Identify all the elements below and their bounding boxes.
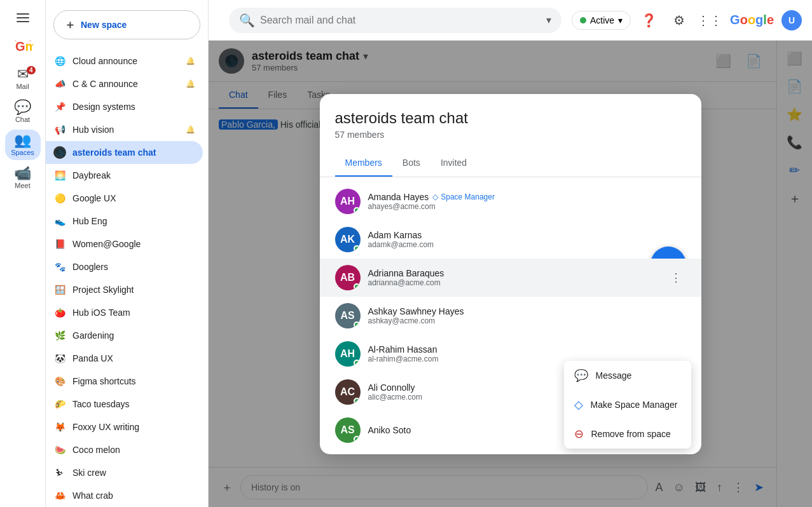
online-indicator: [354, 436, 360, 442]
context-menu-message[interactable]: 💬 Message: [564, 361, 691, 390]
member-row[interactable]: AB Adrianna Baraques adrianna@acme.com ⋮: [320, 259, 701, 297]
sidebar-item-foxxy[interactable]: 🦊 Foxxy UX writing: [46, 416, 203, 438]
design-systems-icon: 📌: [53, 100, 66, 113]
online-indicator: [354, 321, 360, 328]
sidebar-item-hub-ios[interactable]: 🍅 Hub iOS Team: [46, 301, 203, 324]
gardening-label: Gardening: [72, 330, 195, 341]
sidebar-item-gardening[interactable]: 🌿 Gardening: [46, 324, 203, 347]
main-area: 🔍 ▾ Active ▾ ❓ ⚙ ⋮⋮ Google U 🌑: [209, 0, 812, 507]
hamburger-button[interactable]: [10, 5, 36, 30]
member-avatar: AB: [335, 265, 361, 290]
panda-ux-icon: 🐼: [53, 352, 66, 365]
member-row[interactable]: AS Ashkay Sawhney Hayes ashkay@acme.com: [320, 297, 701, 335]
sidebar-item-ski-crew[interactable]: ⛷ Ski crew: [46, 461, 203, 484]
ski-crew-icon: ⛷: [53, 466, 66, 479]
sidebar-item-taco[interactable]: 🌮 Taco tuesdays: [46, 393, 203, 416]
sidebar-item-hub-eng[interactable]: 👟 Hub Eng: [46, 210, 203, 233]
member-info: Ashkay Sawhney Hayes ashkay@acme.com: [368, 306, 686, 325]
nav-spaces[interactable]: 👥 Spaces: [5, 130, 41, 160]
gardening-icon: 🌿: [53, 329, 66, 342]
make-manager-label: Make Space Manager: [591, 400, 678, 410]
remove-label: Remove from space: [591, 429, 671, 439]
nav-meet[interactable]: 📹 Meet: [5, 163, 41, 193]
sidebar-item-figma[interactable]: 🎨 Figma shortcuts: [46, 370, 203, 393]
context-menu-remove[interactable]: ⊖ Remove from space: [564, 419, 691, 449]
sidebar-item-women-google[interactable]: 📕 Women@Google: [46, 233, 203, 255]
taco-icon: 🌮: [53, 398, 66, 410]
help-button[interactable]: ❓: [636, 8, 661, 33]
space-manager-badge: ◇ Space Manager: [432, 193, 495, 201]
modal-tab-members[interactable]: Members: [335, 150, 392, 177]
mail-badge: 4: [27, 66, 36, 74]
plus-icon: ＋: [64, 17, 76, 32]
member-row[interactable]: AK Adam Karnas adamk@acme.com: [320, 220, 701, 259]
coco-melon-label: Coco melon: [72, 445, 195, 455]
modal-subtitle: 57 members: [335, 130, 686, 140]
online-indicator: [354, 283, 360, 290]
sidebar-item-cloud-announce[interactable]: 🌐 Cloud announce 🔔: [46, 50, 203, 72]
context-menu-make-manager[interactable]: ◇ Make Space Manager: [564, 390, 691, 419]
sidebar-item-asteroids[interactable]: 🌑 asteroids team chat: [46, 141, 203, 164]
member-info: Amanda Hayes ◇ Space Manager ahayes@acme…: [368, 192, 686, 211]
nav-mail[interactable]: ✉ 4 Mail: [5, 64, 41, 94]
member-name: Amanda Hayes ◇ Space Manager: [368, 192, 686, 202]
more-options-member-button[interactable]: ⋮: [666, 267, 686, 288]
member-avatar: AH: [335, 341, 361, 367]
project-skylight-label: Project Skylight: [72, 285, 195, 295]
search-input[interactable]: [260, 15, 541, 26]
status-dot: [580, 17, 586, 24]
c-c-announce-label: C & C announce: [72, 79, 179, 89]
hub-vision-label: Hub vision: [72, 125, 179, 135]
sidebar-item-dooglers[interactable]: 🐾 Dooglers: [46, 255, 203, 278]
sidebar: ＋ New space 🌐 Cloud announce 🔔 📣 C & C a…: [46, 0, 209, 507]
pin-icon-cc: 🔔: [186, 79, 195, 88]
cloud-announce-label: Cloud announce: [72, 56, 179, 66]
sidebar-item-hub-vision[interactable]: 📢 Hub vision 🔔: [46, 118, 203, 141]
user-avatar[interactable]: U: [781, 10, 802, 30]
new-space-label: New space: [81, 20, 127, 30]
settings-button[interactable]: ⚙: [666, 8, 692, 33]
sidebar-item-panda-ux[interactable]: 🐼 Panda UX: [46, 347, 203, 370]
sidebar-item-google-ux[interactable]: 🟡 Google UX: [46, 187, 203, 210]
meet-icon: 📹: [14, 166, 31, 180]
diamond-icon: ◇: [432, 193, 438, 201]
chat-icon: 💬: [14, 100, 31, 114]
panda-ux-label: Panda UX: [72, 353, 195, 363]
sidebar-item-daybreak[interactable]: 🌅 Daybreak: [46, 164, 203, 187]
hub-vision-icon: 📢: [53, 123, 66, 136]
google-ux-label: Google UX: [72, 193, 195, 203]
search-bar: 🔍 ▾: [229, 8, 561, 33]
sidebar-item-coco-melon[interactable]: 🍉 Coco melon: [46, 438, 203, 461]
women-google-label: Women@Google: [72, 239, 195, 249]
sidebar-item-project-skylight[interactable]: 🪟 Project Skylight: [46, 278, 203, 301]
foxxy-icon: 🦊: [53, 421, 66, 433]
apps-button[interactable]: ⋮⋮: [697, 8, 722, 33]
modal-tab-invited[interactable]: Invited: [430, 150, 477, 177]
nav-mail-label: Mail: [16, 83, 29, 90]
message-label: Message: [596, 370, 632, 381]
left-nav: Gmail ✉ 4 Mail 💬 Chat 👥 Spaces 📹 Meet: [0, 0, 46, 507]
nav-chat-label: Chat: [15, 116, 30, 123]
active-status-button[interactable]: Active ▾: [572, 11, 631, 30]
women-google-icon: 📕: [53, 238, 66, 250]
svg-text:Gmail: Gmail: [15, 39, 33, 53]
pin-icon-hub: 🔔: [186, 125, 195, 134]
spaces-icon: 👥: [14, 133, 31, 147]
message-icon: 💬: [574, 368, 588, 382]
coco-melon-icon: 🍉: [53, 443, 66, 456]
context-menu: 💬 Message ◇ Make Space Manager ⊖ Remove …: [564, 361, 691, 449]
modal-tab-bots[interactable]: Bots: [392, 150, 430, 177]
modal-title: asteroids team chat: [335, 109, 686, 127]
online-indicator: [354, 398, 360, 404]
member-avatar: AH: [335, 189, 361, 214]
member-row[interactable]: AH Amanda Hayes ◇ Space Manager: [320, 182, 701, 220]
sidebar-item-c-c-announce[interactable]: 📣 C & C announce 🔔: [46, 72, 203, 95]
modal-tabs: Members Bots Invited: [320, 150, 701, 177]
member-email: adrianna@acme.com: [368, 278, 658, 287]
new-space-button[interactable]: ＋ New space: [53, 10, 200, 39]
search-dropdown-icon[interactable]: ▾: [546, 14, 551, 26]
gmail-logo: Gmail: [13, 36, 33, 56]
sidebar-item-design-systems[interactable]: 📌 Design systems: [46, 95, 203, 118]
sidebar-item-what-crab[interactable]: 🦀 What crab: [46, 484, 203, 507]
nav-chat[interactable]: 💬 Chat: [5, 97, 41, 127]
